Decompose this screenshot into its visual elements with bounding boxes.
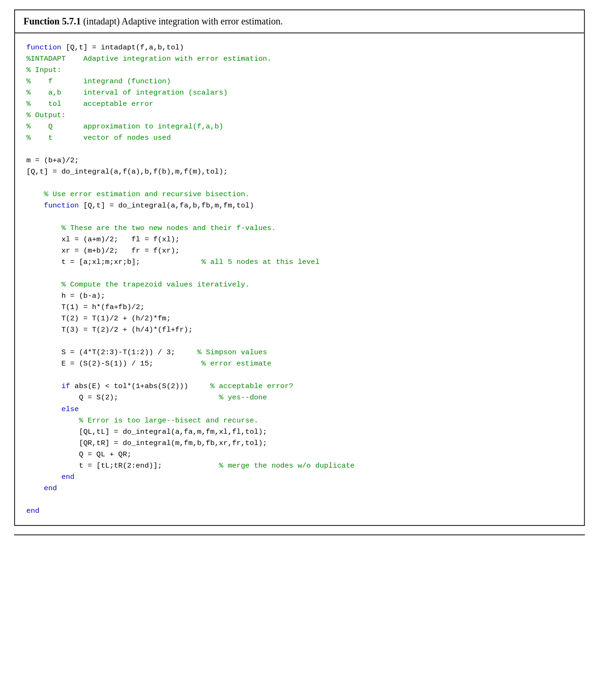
comment-text: % a,b interval of integration (scalars) xyxy=(26,88,228,97)
function-box: Function 5.7.1 (intadapt) Adaptive integ… xyxy=(14,9,585,526)
code-text: T(2) = T(1)/2 + (h/2)*fm; xyxy=(61,314,171,323)
code-line: T(3) = T(2)/2 + (h/4)*(fl+fr); xyxy=(26,324,573,335)
keyword: if xyxy=(61,382,70,390)
code-text: t = [a;xl;m;xr;b]; xyxy=(61,258,201,266)
code-line: T(2) = T(1)/2 + (h/2)*fm; xyxy=(26,313,573,324)
code-area: function [Q,t] = intadapt(f,a,b,tol)%INT… xyxy=(15,33,584,525)
code-line: xl = (a+m)/2; fl = f(xl); xyxy=(26,234,573,245)
empty-line xyxy=(26,268,573,279)
code-line: if abs(E) < tol*(1+abs(S(2))) % acceptab… xyxy=(26,381,573,392)
keyword: function xyxy=(44,201,79,210)
inline-comment: % acceptable error? xyxy=(210,382,294,390)
code-line: h = (b-a); xyxy=(26,290,573,302)
empty-line xyxy=(26,335,573,347)
page-container: Function 5.7.1 (intadapt) Adaptive integ… xyxy=(0,0,599,700)
code-text: Q = QL + QR; xyxy=(79,450,132,459)
code-line: % a,b interval of integration (scalars) xyxy=(26,87,573,98)
code-line: [QR,tR] = do_integral(m,fm,b,fb,xr,fr,to… xyxy=(26,438,573,449)
code-line: % Error is too large--bisect and recurse… xyxy=(26,415,573,426)
code-text: [QR,tR] = do_integral(m,fm,b,fb,xr,fr,to… xyxy=(79,439,267,447)
comment-text: % t vector of nodes used xyxy=(26,134,171,142)
code-line: else xyxy=(26,404,573,415)
comment-text: % These are the two new nodes and their … xyxy=(26,224,276,232)
code-line: E = (S(2)-S(1)) / 15; % error estimate xyxy=(26,358,573,369)
code-line: t = [tL;tR(2:end)]; % merge the nodes w/… xyxy=(26,460,573,471)
keyword: end xyxy=(44,484,57,493)
function-title-bold: Function 5.7.1 xyxy=(24,16,81,26)
code-text: t = [tL;tR(2:end)]; xyxy=(79,461,219,470)
bottom-rule xyxy=(14,534,585,535)
code-text: xl = (a+m)/2; fl = f(xl); xyxy=(61,235,179,244)
code-line: %INTADAPT Adaptive integration with erro… xyxy=(26,53,573,64)
inline-comment: % yes--done xyxy=(219,393,267,402)
comment-text: % f integrand (function) xyxy=(26,77,171,86)
code-text: [Q,t] = do_integral(a,fa,b,fb,m,fm,tol) xyxy=(79,201,254,210)
code-line: % Compute the trapezoid values iterative… xyxy=(26,279,573,290)
code-line: % Input: xyxy=(26,64,573,76)
empty-line xyxy=(26,177,573,189)
code-line: end xyxy=(26,483,573,494)
comment-text: % tol acceptable error xyxy=(26,100,153,108)
code-text: h = (b-a); xyxy=(61,292,105,300)
code-text: [Q,t] = intadapt(f,a,b,tol) xyxy=(61,43,184,52)
code-line: % tol acceptable error xyxy=(26,98,573,110)
comment-text: % Input: xyxy=(26,66,61,74)
keyword: end xyxy=(26,507,40,515)
code-line: S = (4*T(2:3)-T(1:2)) / 3; % Simpson val… xyxy=(26,347,573,358)
code-text: [Q,t] = do_integral(a,f(a),b,f(b),m,f(m)… xyxy=(26,167,228,176)
code-text: T(1) = h*(fa+fb)/2; xyxy=(61,303,144,311)
code-line: % Q approximation to integral(f,a,b) xyxy=(26,121,573,132)
comment-text: %INTADAPT Adaptive integration with erro… xyxy=(26,55,272,63)
code-line: end xyxy=(26,505,573,517)
code-text: [QL,tL] = do_integral(a,fa,m,fm,xl,fl,to… xyxy=(79,428,267,436)
inline-comment: % merge the nodes w/o duplicate xyxy=(219,461,354,470)
code-text: S = (4*T(2:3)-T(1:2)) / 3; xyxy=(61,348,197,357)
code-text: Q = S(2); xyxy=(79,393,219,402)
code-line: T(1) = h*(fa+fb)/2; xyxy=(26,302,573,313)
code-line: % t vector of nodes used xyxy=(26,132,573,143)
code-line: [QL,tL] = do_integral(a,fa,m,fm,xl,fl,to… xyxy=(26,426,573,438)
code-line: end xyxy=(26,471,573,483)
empty-line xyxy=(26,494,573,505)
code-text: xr = (m+b)/2; fr = f(xr); xyxy=(61,247,179,255)
code-text: E = (S(2)-S(1)) / 15; xyxy=(61,359,201,368)
code-line: % Output: xyxy=(26,110,573,121)
keyword: end xyxy=(61,473,74,481)
comment-text: % Error is too large--bisect and recurse… xyxy=(26,416,258,425)
comment-text: % Use error estimation and recursive bis… xyxy=(26,190,249,199)
code-line: [Q,t] = do_integral(a,f(a),b,f(b),m,f(m)… xyxy=(26,166,573,177)
code-line: function [Q,t] = do_integral(a,fa,b,fb,m… xyxy=(26,200,573,211)
code-text: abs(E) < tol*(1+abs(S(2))) xyxy=(70,382,210,390)
inline-comment: % error estimate xyxy=(201,359,272,368)
keyword: else xyxy=(61,405,79,414)
empty-line xyxy=(26,143,573,155)
function-title-text: (intadapt) Adaptive integration with err… xyxy=(83,16,283,26)
code-line: Q = S(2); % yes--done xyxy=(26,392,573,403)
code-line: t = [a;xl;m;xr;b]; % all 5 nodes at this… xyxy=(26,256,573,268)
code-line: m = (b+a)/2; xyxy=(26,155,573,166)
code-line: xr = (m+b)/2; fr = f(xr); xyxy=(26,245,573,256)
code-text: T(3) = T(2)/2 + (h/4)*(fl+fr); xyxy=(61,326,192,334)
code-line: % Use error estimation and recursive bis… xyxy=(26,189,573,200)
function-title: Function 5.7.1 (intadapt) Adaptive integ… xyxy=(15,10,584,33)
code-line: Q = QL + QR; xyxy=(26,449,573,460)
inline-comment: % Simpson values xyxy=(197,348,267,357)
comment-text: % Q approximation to integral(f,a,b) xyxy=(26,122,224,131)
empty-line xyxy=(26,369,573,381)
empty-line xyxy=(26,211,573,223)
code-line: % f integrand (function) xyxy=(26,76,573,87)
keyword: function xyxy=(26,43,61,52)
comment-text: % Output: xyxy=(26,111,66,119)
comment-text: % Compute the trapezoid values iterative… xyxy=(26,280,249,289)
code-line: function [Q,t] = intadapt(f,a,b,tol) xyxy=(26,42,573,53)
code-text: m = (b+a)/2; xyxy=(26,156,79,165)
code-line: % These are the two new nodes and their … xyxy=(26,223,573,234)
inline-comment: % all 5 nodes at this level xyxy=(201,258,319,266)
